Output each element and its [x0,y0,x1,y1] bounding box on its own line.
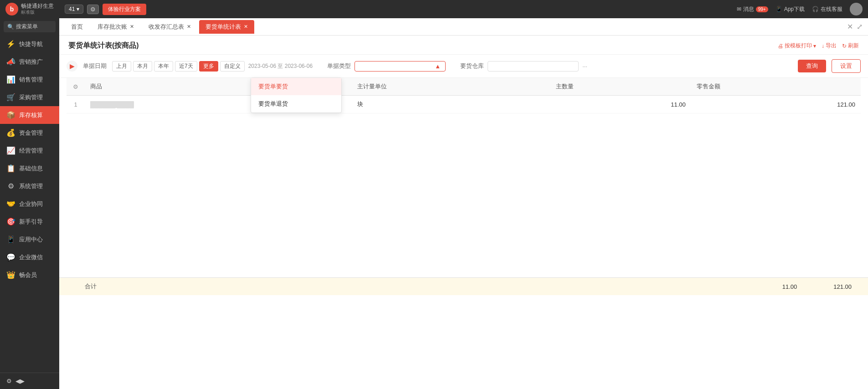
message-badge: 99+ [756,6,768,12]
megaphone-icon: 📣 [6,57,15,66]
tab-expand-button[interactable]: ⤢ [857,22,863,31]
sidebar-label-marketing: 营销推广 [19,58,43,66]
sidebar-item-wechat[interactable]: 💬 企业微信 [0,248,59,266]
print-template-button[interactable]: 🖨 按模板打印 ▾ [778,42,816,50]
date-filter-label: 单据日期 [83,62,107,70]
page-actions: 🖨 按模板打印 ▾ ↓ 导出 ↻ 刷新 [778,42,859,50]
sidebar-item-enterprise[interactable]: 🤝 企业协同 [0,195,59,213]
col-header-settings[interactable]: ⚙ [67,78,85,96]
industry-button[interactable]: 体验行业方案 [103,4,146,15]
sidebar-label-member: 畅会员 [19,271,37,279]
export-label: 导出 [826,42,837,50]
app-download-button[interactable]: 📱 App下载 [776,5,805,13]
col-header-unit: 主计量单位 [352,78,550,96]
sidebar-item-inventory[interactable]: 📦 库存核算 [0,106,59,124]
app-download-label: App下载 [784,5,805,13]
print-chevron-icon: ▾ [813,43,816,49]
date-custom-button[interactable]: 自定义 [220,61,245,72]
store-name: 41 [69,6,75,12]
sidebar-label-sales: 销售管理 [19,76,43,84]
sidebar-item-marketing[interactable]: 📣 营销推广 [0,53,59,71]
sidebar-label-finance: 资金管理 [19,129,43,137]
sidebar-label-wechat: 企业微信 [19,253,43,261]
avatar[interactable] [850,3,863,15]
filter-settings-button[interactable]: 设置 [832,59,861,73]
online-service-button[interactable]: 🎧 在线客服 [812,5,842,13]
store-selector[interactable]: 41 ▾ [65,5,83,14]
sidebar-item-sales[interactable]: 📊 销售管理 [0,71,59,88]
message-icon: ✉ [737,6,741,12]
cell-seq: 1 [67,96,85,113]
sidebar-label-operation: 经营管理 [19,147,43,155]
summary-quantity: 11.00 [782,283,797,290]
warehouse-input[interactable] [488,61,579,72]
sidebar-item-member[interactable]: 👑 畅会员 [0,266,59,284]
sidebar-label-system: 系统管理 [19,182,43,190]
filter-bar: ▶ 单据日期 上月 本月 本年 近7天 更多 自定义 2023-05-06 至 … [59,55,868,78]
date-range-display: 2023-05-06 至 2023-06-06 [248,62,313,70]
handshake-icon: 🤝 [6,200,15,208]
filter-expand-button[interactable]: ▶ [67,61,77,72]
tab-recv-summary-close[interactable]: ✕ [187,24,191,30]
tab-home[interactable]: 首页 [65,20,89,34]
trending-icon: 📈 [6,146,15,155]
type-dropdown: 要货单要货 要货单退货 [251,77,342,113]
refresh-button[interactable]: ↻ 刷新 [842,42,859,50]
data-table: ⚙ 商品 主计量单位 主数量 零售金额 1 [67,78,861,113]
sidebar-label-quick-nav: 快捷导航 [19,40,43,48]
sidebar-item-purchase[interactable]: 🛒 采购管理 [0,88,59,106]
sidebar-label-basic: 基础信息 [19,164,43,173]
collapse-icon[interactable]: ◀▶ [15,378,25,384]
sidebar-item-basic[interactable]: 📋 基础信息 [0,159,59,177]
cell-unit: 块 [352,96,550,113]
sidebar-item-quick-nav[interactable]: ⚡ 快捷导航 [0,35,59,53]
app-icon: 📱 [6,235,15,244]
page-title-bar: 要货单统计表(按商品) 🖨 按模板打印 ▾ ↓ 导出 ↻ [59,36,868,55]
sidebar-label-guide: 新手引导 [19,218,43,226]
store-gear-button[interactable]: ⚙ [87,5,99,14]
tab-recv-summary[interactable]: 收发存汇总表 ✕ [142,20,197,34]
target-icon: 🎯 [6,217,15,226]
export-button[interactable]: ↓ 导出 [822,42,837,50]
message-button[interactable]: ✉ 消息 99+ [737,5,768,13]
sidebar-item-app-center[interactable]: 📱 应用中心 [0,230,59,248]
type-filter-group: 单据类型 ▲ [327,61,446,72]
chevron-down-icon: ▾ [77,6,79,12]
dropdown-item-return-order[interactable]: 要货单退货 [251,95,341,113]
page-inner: 要货单统计表(按商品) 🖨 按模板打印 ▾ ↓ 导出 ↻ [59,36,868,389]
date-this-month-button[interactable]: 本月 [133,61,152,72]
date-more-button[interactable]: 更多 [199,61,218,72]
filter-more-dots-button[interactable]: ··· [582,63,587,70]
sidebar-item-operation[interactable]: 📈 经营管理 [0,142,59,159]
table-settings-icon[interactable]: ⚙ [73,83,78,90]
tab-close-all-button[interactable]: ✕ [847,22,853,31]
app-logo-icon: b [5,3,18,15]
sidebar-item-system[interactable]: ⚙ 系统管理 [0,177,59,195]
sidebar-item-guide[interactable]: 🎯 新手引导 [0,213,59,230]
print-icon: 🖨 [778,43,783,49]
empty-space [59,113,868,277]
tab-batch-accounts[interactable]: 库存批次账 ✕ [91,20,140,34]
tab-batch-accounts-close[interactable]: ✕ [130,24,134,30]
main-layout: 🔍 搜索菜单 ⚡ 快捷导航 📣 营销推广 📊 销售管理 🛒 采购管理 📦 库存核… [0,18,868,389]
money-icon: 💰 [6,128,15,137]
date-last-month-button[interactable]: 上月 [112,61,131,72]
sidebar-item-finance[interactable]: 💰 资金管理 [0,124,59,142]
online-service-label: 在线客服 [821,5,842,13]
cell-amount: 121.00 [691,96,861,113]
settings-bottom-icon[interactable]: ⚙ [6,378,12,384]
refresh-label: 刷新 [848,42,859,50]
tab-order-stat-close[interactable]: ✕ [244,24,248,30]
date-last-7days-button[interactable]: 近7天 [175,61,197,72]
sidebar-search-label: 搜索菜单 [16,23,38,31]
top-header: b 畅捷通好生意 标准版 41 ▾ ⚙ 体验行业方案 ✉ 消息 99+ 📱 Ap… [0,0,868,18]
warehouse-filter-label: 要货仓库 [460,62,484,70]
cell-quantity: 11.00 [550,96,691,113]
date-this-year-button[interactable]: 本年 [154,61,173,72]
sidebar-item-search[interactable]: 🔍 搜索菜单 [4,21,56,32]
query-button[interactable]: 查询 [798,60,826,72]
type-select-box[interactable]: ▲ [354,61,446,72]
dropdown-item-purchase-order[interactable]: 要货单要货 [251,78,341,95]
tab-order-stat[interactable]: 要货单统计表 ✕ [199,20,254,34]
tab-bar: 首页 库存批次账 ✕ 收发存汇总表 ✕ 要货单统计表 ✕ ✕ ⤢ [59,18,868,36]
